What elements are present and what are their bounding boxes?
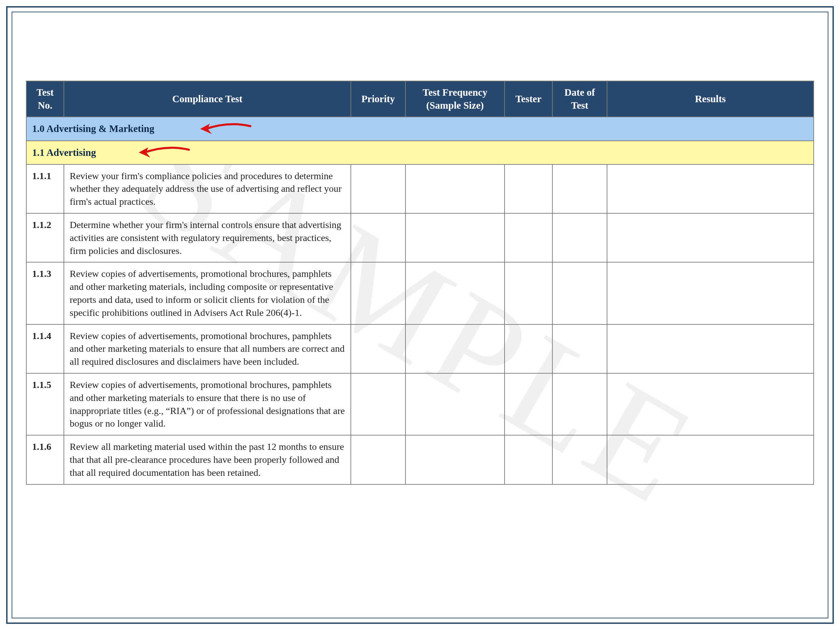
annotation-arrow-icon [136, 145, 191, 160]
group-row: 1.0 Advertising & Marketing [26, 117, 814, 141]
cell-frequency [406, 435, 505, 484]
cell-frequency [406, 262, 505, 324]
subgroup-label: 1.1 Advertising [32, 147, 96, 158]
cell-results [607, 435, 814, 484]
cell-priority [351, 165, 406, 213]
cell-frequency [406, 324, 505, 373]
compliance-table: Test No. Compliance Test Priority Test F… [26, 81, 814, 485]
page-frame-outer: SAMPLE Test No. Compliance Test Priority… [6, 6, 834, 624]
cell-tester [505, 213, 553, 262]
col-tester: Tester [505, 81, 553, 117]
cell-date [553, 324, 607, 373]
cell-tester [505, 435, 553, 484]
cell-priority [351, 262, 406, 324]
col-results: Results [607, 81, 814, 117]
table-header-row: Test No. Compliance Test Priority Test F… [26, 81, 814, 117]
cell-desc: Review your firm's compliance policies a… [64, 165, 351, 213]
cell-test-no: 1.1.6 [26, 435, 64, 484]
cell-results [607, 373, 814, 435]
table-row: 1.1.3 Review copies of advertisements, p… [26, 262, 814, 324]
cell-test-no: 1.1.1 [26, 165, 64, 213]
cell-date [553, 165, 607, 213]
cell-test-no: 1.1.2 [26, 213, 64, 262]
cell-priority [351, 435, 406, 484]
annotation-arrow-icon [197, 121, 252, 137]
col-priority: Priority [351, 81, 406, 117]
cell-desc: Review all marketing material used withi… [64, 435, 351, 484]
cell-tester [505, 373, 553, 435]
cell-frequency [406, 373, 505, 435]
group-label: 1.0 Advertising & Marketing [32, 123, 155, 134]
cell-desc: Determine whether your firm's internal c… [64, 213, 351, 262]
cell-date [553, 213, 607, 262]
col-frequency: Test Frequency (Sample Size) [406, 81, 505, 117]
cell-results [607, 213, 814, 262]
table-row: 1.1.1 Review your firm's compliance poli… [26, 165, 814, 213]
cell-results [607, 262, 814, 324]
cell-test-no: 1.1.3 [26, 262, 64, 324]
cell-priority [351, 373, 406, 435]
cell-tester [505, 165, 553, 213]
group-label-cell: 1.0 Advertising & Marketing [26, 117, 814, 141]
col-test-no: Test No. [26, 81, 64, 117]
table-row: 1.1.5 Review copies of advertisements, p… [26, 373, 814, 435]
cell-priority [351, 213, 406, 262]
table-header: Test No. Compliance Test Priority Test F… [26, 81, 814, 117]
cell-date [553, 262, 607, 324]
table-row: 1.1.4 Review copies of advertisements, p… [26, 324, 814, 373]
cell-frequency [406, 213, 505, 262]
subgroup-label-cell: 1.1 Advertising [26, 141, 814, 165]
table-row: 1.1.6 Review all marketing material used… [26, 435, 814, 484]
cell-date [553, 373, 607, 435]
cell-frequency [406, 165, 505, 213]
cell-results [607, 324, 814, 373]
cell-test-no: 1.1.4 [26, 324, 64, 373]
col-compliance-test: Compliance Test [64, 81, 351, 117]
cell-tester [505, 262, 553, 324]
cell-desc: Review copies of advertisements, promoti… [64, 373, 351, 435]
cell-tester [505, 324, 553, 373]
cell-results [607, 165, 814, 213]
page-frame-inner: SAMPLE Test No. Compliance Test Priority… [12, 12, 828, 618]
cell-desc: Review copies of advertisements, promoti… [64, 324, 351, 373]
table-row: 1.1.2 Determine whether your firm's inte… [26, 213, 814, 262]
cell-date [553, 435, 607, 484]
cell-test-no: 1.1.5 [26, 373, 64, 435]
cell-priority [351, 324, 406, 373]
col-date: Date of Test [553, 81, 607, 117]
subgroup-row: 1.1 Advertising [26, 141, 814, 165]
cell-desc: Review copies of advertisements, promoti… [64, 262, 351, 324]
